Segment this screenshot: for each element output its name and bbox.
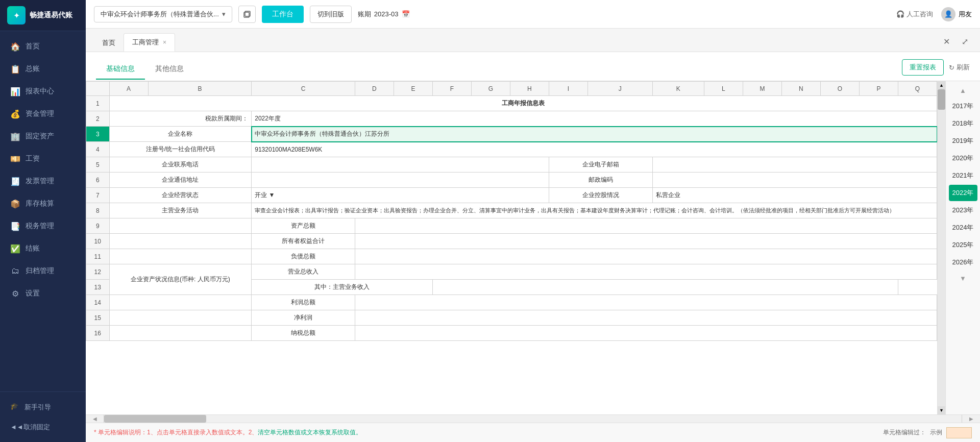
year-up-button[interactable]: ▲ xyxy=(956,83,970,97)
tab-other-info[interactable]: 其他信息 xyxy=(145,60,194,80)
reset-report-button[interactable]: 重置报表 xyxy=(902,59,944,76)
cell-email-value[interactable] xyxy=(652,157,937,173)
example-label: 示例 xyxy=(930,428,942,437)
company-selector[interactable]: 中审众环会计师事务所（特殊普通合伙... ▾ xyxy=(94,6,232,22)
content-header: 基础信息 其他信息 重置报表 ↻ 刷新 xyxy=(86,52,980,81)
col-header-a: A xyxy=(109,82,148,96)
sidebar-item-tax[interactable]: 📑 税务管理 xyxy=(0,215,86,237)
scroll-thumb[interactable] xyxy=(938,89,945,110)
sidebar-item-funds[interactable]: 💰 资金管理 xyxy=(0,103,86,125)
sidebar-item-reports[interactable]: 📊 报表中心 xyxy=(0,80,86,103)
close-window-button[interactable]: ✕ xyxy=(939,34,953,48)
sidebar-item-ledger[interactable]: 📋 总账 xyxy=(0,58,86,80)
tab-basic-info[interactable]: 基础信息 xyxy=(96,60,145,80)
scroll-right-button[interactable]: ▶ xyxy=(962,415,980,423)
table-row: 2 税款所属期间： 2022年度 xyxy=(86,111,937,127)
year-item-2020[interactable]: 2020年 xyxy=(949,150,977,166)
cell-postcode-value[interactable] xyxy=(652,173,937,188)
year-item-2021[interactable]: 2021年 xyxy=(949,167,977,184)
spreadsheet-outer: A B C D E F G H I J K L xyxy=(86,81,980,414)
topbar-right: 🎧 人工咨询 👤 用友 xyxy=(896,7,972,21)
sidebar-item-closing[interactable]: ✅ 结账 xyxy=(0,237,86,260)
h-scroll-thumb[interactable] xyxy=(104,415,206,423)
year-item-2023[interactable]: 2023年 xyxy=(949,202,977,218)
cell-company-label: 企业名称 xyxy=(109,127,252,142)
cell-address-value[interactable] xyxy=(252,173,549,188)
cell-period-label: 税款所属期间： xyxy=(109,111,252,127)
tab-home[interactable]: 首页 xyxy=(94,34,124,52)
scroll-up-button[interactable]: ▲ xyxy=(938,81,946,89)
workbench-button[interactable]: 工作台 xyxy=(262,6,304,23)
refresh-button[interactable]: ↻ 刷新 xyxy=(949,63,970,72)
sidebar-item-invoice[interactable]: 🧾 发票管理 xyxy=(0,170,86,192)
sidebar-item-settings[interactable]: ⚙ 设置 xyxy=(0,282,86,305)
cell-regcode-value[interactable]: 91320100MA208E5W6K xyxy=(252,142,937,157)
maximize-window-button[interactable]: ⤢ xyxy=(958,34,972,48)
year-down-button[interactable]: ▼ xyxy=(956,271,970,285)
table-row: 14 利润总额 xyxy=(86,295,937,310)
scroll-down-button[interactable]: ▼ xyxy=(938,406,946,414)
sidebar-item-unpin[interactable]: ◄◄取消固定 xyxy=(0,418,86,437)
spreadsheet-and-vscroll: A B C D E F G H I J K L xyxy=(86,81,945,414)
scroll-track[interactable] xyxy=(938,89,945,406)
row-header-1: 1 xyxy=(86,96,110,111)
spreadsheet-container[interactable]: A B C D E F G H I J K L xyxy=(86,81,937,414)
inventory-icon: 📦 xyxy=(10,199,20,209)
cell-netprofit-value[interactable] xyxy=(355,310,937,326)
support-button[interactable]: 🎧 人工咨询 xyxy=(896,10,933,19)
sidebar-item-home[interactable]: 🏠 首页 xyxy=(0,35,86,58)
h-scroll-track[interactable] xyxy=(104,415,962,423)
row-header-6: 6 xyxy=(86,173,110,188)
window-controls: ✕ ⤢ xyxy=(939,34,972,48)
app-logo-icon: ✦ xyxy=(7,6,26,24)
cell-tax-value[interactable] xyxy=(355,326,937,341)
cell-mainbiz-value[interactable]: 审查企业会计报表；出具审计报告；验证企业资本；出具验资报告；办理企业合并、分立、… xyxy=(252,203,937,218)
year-item-2025[interactable]: 2025年 xyxy=(949,237,977,253)
cell-revenue-value[interactable] xyxy=(355,264,937,280)
col-header-c: C xyxy=(252,82,355,96)
cell-status-value[interactable]: 开业 ▼ xyxy=(252,188,549,203)
cell-revenue-label: 营业总收入 xyxy=(252,264,355,280)
old-version-button[interactable]: 切到旧版 xyxy=(310,6,352,23)
cell-holding-value[interactable]: 私营企业 xyxy=(652,188,937,203)
table-row: 6 企业通信地址 邮政编码 xyxy=(86,173,937,188)
cell-main-revenue-label: 其中：主营业务收入 xyxy=(252,280,433,295)
cell-period-value[interactable]: 2022年度 xyxy=(252,111,937,127)
cell-edit-label: 单元格编辑过： xyxy=(883,428,926,437)
cell-holding-label: 企业控股情况 xyxy=(549,188,652,203)
cell-company-value[interactable]: 中审众环会计师事务所（特殊普通合伙）江苏分所 xyxy=(252,127,937,142)
sidebar-item-fixed-assets[interactable]: 🏢 固定资产 xyxy=(0,125,86,148)
year-item-2019[interactable]: 2019年 xyxy=(949,133,977,149)
vertical-scrollbar[interactable]: ▲ ▼ xyxy=(937,81,945,414)
year-item-2018[interactable]: 2018年 xyxy=(949,115,977,132)
example-cell xyxy=(946,427,972,438)
col-header-l: L xyxy=(704,82,743,96)
period-display: 账期 2023-03 📅 xyxy=(358,10,410,19)
sidebar-item-inventory[interactable]: 📦 库存核算 xyxy=(0,192,86,215)
sidebar-item-newuser[interactable]: 🎓 新手引导 xyxy=(0,397,86,418)
cell-regcode-label: 注册号/统一社会信用代码 xyxy=(109,142,252,157)
sidebar-item-archive[interactable]: 🗂 归档管理 xyxy=(0,260,86,282)
sidebar-item-salary[interactable]: 💴 工资 xyxy=(0,148,86,170)
user-button[interactable]: 👤 用友 xyxy=(941,7,972,21)
tab-business-management[interactable]: 工商管理 × xyxy=(124,33,175,52)
cell-equity-value[interactable] xyxy=(355,234,937,249)
cell-liabilities-value[interactable] xyxy=(355,249,937,264)
cell-phone-value[interactable] xyxy=(252,157,549,173)
col-header-f: F xyxy=(432,82,471,96)
scroll-left-button[interactable]: ◀ xyxy=(86,415,104,423)
cell-main-revenue-value[interactable] xyxy=(432,280,898,295)
cell-assets-value[interactable] xyxy=(355,218,937,234)
cell-profit-value[interactable] xyxy=(355,295,937,310)
year-item-2017[interactable]: 2017年 xyxy=(949,98,977,114)
calendar-icon[interactable]: 📅 xyxy=(402,10,410,18)
cell-title[interactable]: 工商年报信息表 xyxy=(109,96,937,111)
year-item-2024[interactable]: 2024年 xyxy=(949,219,977,236)
year-item-2026[interactable]: 2026年 xyxy=(949,254,977,271)
copy-icon xyxy=(243,10,251,18)
tab-close-button[interactable]: × xyxy=(163,39,166,46)
table-row: 7 企业经营状态 开业 ▼ 企业控股情况 私营企业 xyxy=(86,188,937,203)
cell-email-label: 企业电子邮箱 xyxy=(549,157,652,173)
copy-button[interactable] xyxy=(238,6,256,23)
year-item-2022[interactable]: 2022年 xyxy=(949,185,977,201)
